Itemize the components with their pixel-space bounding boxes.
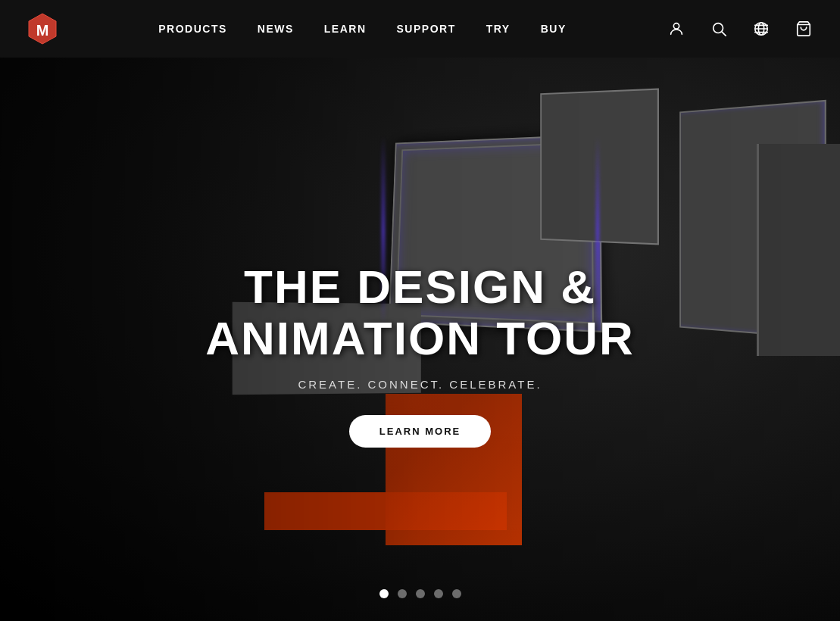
svg-text:M: M: [36, 22, 49, 39]
search-button[interactable]: [707, 17, 731, 41]
nav-link-news[interactable]: NEWS: [258, 23, 294, 35]
slide-dots: [379, 589, 461, 598]
account-button[interactable]: [664, 17, 689, 41]
dot-4[interactable]: [434, 589, 443, 598]
globe-icon: [753, 20, 770, 37]
logo[interactable]: M: [24, 11, 61, 47]
svg-line-4: [722, 32, 726, 36]
cart-icon: [795, 20, 812, 37]
search-icon: [710, 20, 727, 37]
nav-link-buy[interactable]: BUY: [541, 23, 567, 35]
hero-content: THE DESIGN & ANIMATION TOUR CREATE. CONN…: [136, 261, 704, 448]
logo-icon: M: [24, 11, 61, 47]
nav-item-support[interactable]: SUPPORT: [397, 22, 456, 36]
nav-item-learn[interactable]: LEARN: [324, 22, 367, 36]
nav-item-products[interactable]: PRODUCTS: [158, 22, 227, 36]
svg-point-2: [673, 23, 679, 29]
hero-subtitle: CREATE. CONNECT. CELEBRATE.: [136, 378, 704, 391]
dot-2[interactable]: [398, 589, 407, 598]
dot-5[interactable]: [452, 589, 461, 598]
hero-section: THE DESIGN & ANIMATION TOUR CREATE. CONN…: [0, 0, 840, 621]
nav-icons: [664, 17, 816, 41]
nav-link-learn[interactable]: LEARN: [324, 23, 367, 35]
dot-1[interactable]: [379, 589, 389, 598]
hero-title: THE DESIGN & ANIMATION TOUR: [136, 261, 704, 364]
main-nav: M PRODUCTS NEWS LEARN SUPPORT TRY BUY: [0, 0, 840, 58]
cart-button[interactable]: [792, 17, 816, 41]
nav-link-products[interactable]: PRODUCTS: [158, 23, 227, 35]
nav-item-buy[interactable]: BUY: [541, 22, 567, 36]
nav-link-support[interactable]: SUPPORT: [397, 23, 456, 35]
nav-links: PRODUCTS NEWS LEARN SUPPORT TRY BUY: [158, 22, 567, 36]
nav-item-try[interactable]: TRY: [486, 22, 511, 36]
nav-link-try[interactable]: TRY: [486, 23, 511, 35]
nav-item-news[interactable]: NEWS: [258, 22, 294, 36]
account-icon: [668, 20, 685, 37]
learn-more-button[interactable]: LEARN MORE: [349, 415, 491, 448]
language-button[interactable]: [749, 17, 773, 41]
dot-3[interactable]: [416, 589, 425, 598]
